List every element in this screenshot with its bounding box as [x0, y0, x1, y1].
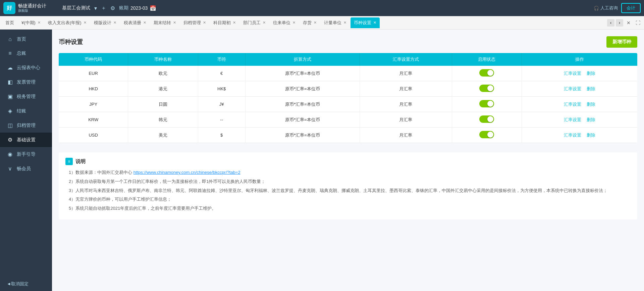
note-item-4: 4）无官方牌价的币种，可以用户手工维护汇率信息；: [69, 196, 631, 203]
tab-close-unit[interactable]: ✕: [343, 20, 346, 25]
header-center: 基层工会测试 ▾ ＋ ⚙ 账期 2023-03 📅: [55, 5, 594, 12]
cell-action: 汇率设置 删除: [522, 81, 637, 97]
app-name: 畅捷通好会计: [18, 3, 46, 9]
sidebar: ⌂ 首页 ≡ 总账 ☁ 云报表中心 ◧ 发票管理 ▣ 税务管理 ◈ 结账 ◫ 归…: [0, 30, 52, 291]
sidebar-item-guide[interactable]: ◉ 新手引导: [0, 147, 52, 161]
top-header: 好 畅捷通好会计 旗舰版 基层工会测试 ▾ ＋ ⚙ 账期 2023-03 📅 🎧…: [0, 0, 644, 16]
tab-close-archive[interactable]: ✕: [203, 20, 206, 25]
sidebar-item-checkout[interactable]: ◈ 结账: [0, 104, 52, 118]
rate-setting-link-HKD[interactable]: 汇率设置: [564, 86, 581, 91]
cell-name: 欧元: [128, 66, 198, 81]
note-item-5: 5）系统只能自动抓取2021年度后的汇率，之前年度汇率需要用户手工维护。: [69, 205, 631, 212]
rate-setting-link-KRW[interactable]: 汇率设置: [564, 117, 581, 122]
sidebar-item-invoice[interactable]: ◧ 发票管理: [0, 75, 52, 89]
cell-rate-type: 月汇率: [360, 112, 452, 128]
cloud-icon: ☁: [7, 64, 13, 71]
tab-close-inventory[interactable]: ✕: [314, 20, 317, 25]
sidebar-item-archive[interactable]: ◫ 归档管理: [0, 118, 52, 133]
toggle-enabled-HKD[interactable]: [479, 85, 494, 92]
col-symbol: 币符: [198, 53, 245, 66]
toggle-enabled-KRW[interactable]: [479, 115, 494, 123]
toggle-enabled-JPY[interactable]: [479, 100, 494, 107]
delete-link-USD[interactable]: 删除: [587, 133, 595, 138]
company-dropdown-icon[interactable]: ▾: [94, 5, 97, 11]
cell-rate-type: 月汇率: [360, 128, 452, 143]
tab-archive[interactable]: 归档管理 ✕: [180, 17, 209, 28]
col-code: 币种代码: [59, 53, 128, 66]
sidebar-item-ledger[interactable]: ≡ 总账: [0, 46, 52, 60]
tab-currency[interactable]: 币种设置 ✕: [351, 17, 380, 28]
sidebar-pin-toggle[interactable]: ◄取消固定: [0, 277, 52, 291]
tab-subject[interactable]: 科目期初 ✕: [210, 17, 239, 28]
tab-close-subject[interactable]: ✕: [233, 20, 236, 25]
delete-link-EUR[interactable]: 删除: [587, 71, 595, 76]
tab-close-all-button[interactable]: ✕: [625, 19, 633, 27]
sidebar-item-tax[interactable]: ▣ 税务管理: [0, 89, 52, 104]
tax-icon: ▣: [7, 93, 13, 100]
tab-home[interactable]: 首页: [2, 17, 17, 28]
tab-period[interactable]: ¥(中期) ✕: [18, 17, 44, 28]
china-money-link[interactable]: https://www.chinamoney.com.cn/chinese/bk…: [133, 170, 240, 175]
cell-code: EUR: [59, 66, 128, 81]
toggle-knob: [487, 116, 493, 122]
tab-unit[interactable]: 计量单位 ✕: [321, 17, 350, 28]
tab-next-button[interactable]: ›: [616, 19, 623, 27]
cell-code: USD: [59, 128, 128, 143]
note-item-2: 2）系统自动获取每月第一个工作日的汇率标价，统一为直接标价法，即1外币可以兑换的…: [69, 178, 631, 185]
tab-partner[interactable]: 往来单位 ✕: [270, 17, 299, 28]
tab-maximize-button[interactable]: ⛶: [634, 19, 642, 27]
tab-close-currency[interactable]: ✕: [373, 20, 376, 25]
invoice-icon: ◧: [7, 79, 13, 85]
sidebar-item-member[interactable]: ∨ 畅会员: [0, 161, 52, 176]
cell-code: JPY: [59, 97, 128, 112]
tab-dept[interactable]: 部门员工 ✕: [240, 17, 269, 28]
toggle-enabled-USD[interactable]: [479, 131, 494, 138]
rate-setting-link-EUR[interactable]: 汇率设置: [564, 71, 581, 76]
app-edition: 旗舰版: [18, 8, 46, 13]
delete-link-JPY[interactable]: 删除: [587, 102, 595, 107]
new-currency-button[interactable]: 新增币种: [606, 36, 637, 48]
app-logo-icon: 好: [3, 2, 15, 14]
cell-calc: 原币*汇率=本位币: [245, 128, 360, 143]
tab-template[interactable]: 模版设计 ✕: [91, 17, 120, 28]
settings-icon[interactable]: ⚙: [110, 5, 115, 11]
accounting-button[interactable]: 会计: [621, 3, 641, 13]
tab-close-dept[interactable]: ✕: [263, 20, 266, 25]
tab-prev-button[interactable]: ‹: [607, 19, 614, 27]
service-button[interactable]: 🎧 人工咨询: [594, 5, 618, 11]
col-calc: 折算方式: [245, 53, 360, 66]
tab-income[interactable]: 收入支出表(年报) ✕: [45, 17, 90, 28]
delete-link-KRW[interactable]: 删除: [587, 117, 595, 122]
col-name: 币种名称: [128, 53, 198, 66]
cell-rate-type: 月汇率: [360, 66, 452, 81]
add-company-icon[interactable]: ＋: [101, 5, 106, 12]
page-title-area: 币种设置 新增币种: [59, 36, 637, 48]
tab-tax[interactable]: 税表清册 ✕: [120, 17, 150, 28]
guide-icon: ◉: [7, 151, 13, 157]
sidebar-item-reports[interactable]: ☁ 云报表中心: [0, 60, 52, 75]
rate-setting-link-USD[interactable]: 汇率设置: [564, 133, 581, 138]
sidebar-item-home[interactable]: ⌂ 首页: [0, 32, 52, 46]
tab-close-partner[interactable]: ✕: [292, 20, 296, 25]
tab-close-period-close[interactable]: ✕: [173, 20, 176, 25]
delete-link-HKD[interactable]: 删除: [587, 86, 595, 91]
calendar-icon[interactable]: 📅: [150, 5, 156, 11]
tab-inventory[interactable]: 存货 ✕: [300, 17, 320, 28]
notes-title: ≡ 说明: [65, 158, 631, 165]
cell-calc: 原币*汇率=本位币: [245, 66, 360, 81]
toggle-enabled-EUR[interactable]: [479, 69, 494, 77]
rate-setting-link-JPY[interactable]: 汇率设置: [564, 102, 581, 107]
main-content: 币种设置 新增币种 币种代码 币种名称 币符 折算方式 汇率设置方式 启用状态 …: [52, 30, 644, 291]
tab-close-tax[interactable]: ✕: [143, 20, 146, 25]
cell-status: [452, 81, 522, 97]
sidebar-item-settings[interactable]: ⚙ 基础设置: [0, 133, 52, 147]
period-info: 账期 2023-03 📅: [119, 5, 156, 11]
tab-close-income[interactable]: ✕: [84, 20, 87, 25]
table-row: HKD 港元 HK$ 原币*汇率=本位币 月汇率 汇率设置 删除: [59, 81, 637, 97]
logo-area: 好 畅捷通好会计 旗舰版: [3, 2, 55, 14]
cell-name: 日圆: [128, 97, 198, 112]
tab-close-template[interactable]: ✕: [113, 20, 116, 25]
tab-period-close[interactable]: 期末结转 ✕: [150, 17, 179, 28]
table-row: KRW 韩元 -- 原币*汇率=本位币 月汇率 汇率设置 删除: [59, 112, 637, 128]
tab-close-period[interactable]: ✕: [38, 20, 41, 25]
